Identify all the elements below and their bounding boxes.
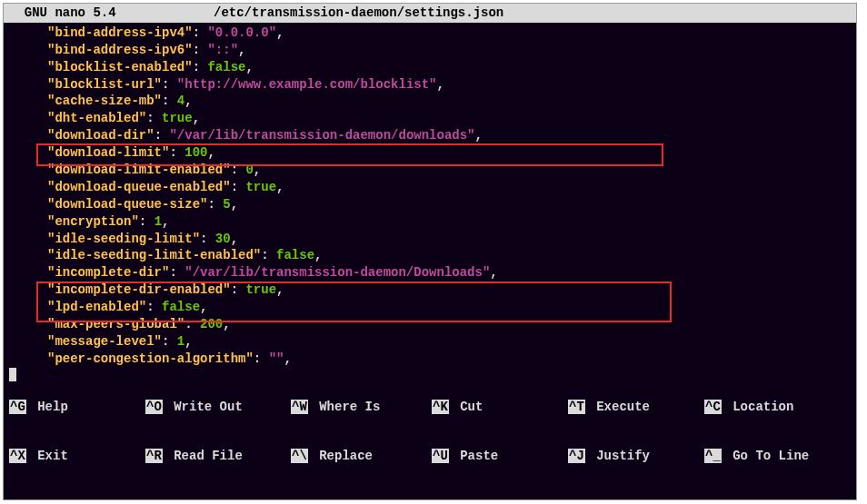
colon: : [162,334,177,349]
editor-line[interactable]: "encryption": 1, [11,213,849,231]
help-item: ^U Paste [432,448,568,464]
json-value: true [245,282,276,297]
terminal-window: GNU nano 5.4 /etc/transmission-daemon/se… [3,3,857,500]
json-key: "bind-address-ipv4" [47,25,193,40]
colon: : [146,300,162,314]
help-item: ^_ Go To Line [704,448,845,464]
comma: , [475,128,483,143]
help-key: ^_ [704,449,722,463]
editor-line[interactable]: "bind-address-ipv4": "0.0.0.0", [11,25,849,42]
json-key: "max-peers-global" [47,317,184,331]
comma: , [200,300,207,314]
help-item: ^T Execute [568,399,704,415]
nano-titlebar: GNU nano 5.4 /etc/transmission-daemon/se… [4,4,856,23]
editor-line[interactable]: "download-limit": 100, [11,144,849,162]
help-item: ^W Where Is [291,399,432,415]
editor-line[interactable]: "blocklist-url": "http://www.example.com… [11,76,849,94]
help-key: ^X [9,449,26,463]
editor-line[interactable]: "max-peers-global": 200, [11,316,849,333]
editor-line[interactable]: "dht-enabled": true, [11,110,849,127]
help-key: ^U [432,449,449,463]
help-key: ^J [568,449,585,463]
json-value: 100 [184,145,207,160]
help-label: Go To Line [725,449,809,463]
editor-line[interactable]: "idle-seeding-limit": 30, [11,231,849,248]
json-value: false [276,248,314,262]
help-key: ^W [291,400,308,414]
nano-filename: /etc/transmission-daemon/settings.json [214,5,503,22]
colon: : [162,94,177,108]
comma: , [193,111,200,125]
help-key: ^O [145,400,163,414]
comma: , [276,25,284,40]
editor-line[interactable]: "lpd-enabled": false, [11,299,849,316]
comma: , [238,43,245,57]
help-key: ^T [568,400,585,414]
json-value: false [162,300,200,314]
json-key: "idle-seeding-limit" [47,232,200,246]
json-value: "/var/lib/transmission-daemon/Downloads" [184,265,490,280]
editor-line[interactable]: "download-queue-enabled": true, [11,179,849,196]
json-key: "incomplete-dir-enabled" [47,282,231,297]
json-value: 1 [177,334,184,349]
json-value: true [162,111,193,125]
json-value: "http://www.example.com/blocklist" [177,77,437,92]
help-key: ^R [145,449,163,463]
comma: , [276,282,284,297]
comma: , [284,351,291,366]
json-value: 4 [177,94,184,108]
comma: , [231,197,238,212]
nano-helpbar: ^G Help^O Write Out^W Where Is^K Cut^T E… [4,366,856,499]
comma: , [184,94,192,108]
json-value: "/var/lib/transmission-daemon/downloads" [169,128,474,143]
help-label: Location [725,400,794,414]
json-value: "" [269,351,284,366]
editor-line[interactable]: "download-queue-size": 5, [11,196,849,213]
colon: : [231,282,246,297]
help-label: Write Out [166,400,243,414]
json-value: false [207,60,245,74]
help-item: ^K Cut [432,399,568,415]
editor-line[interactable]: "cache-size-mb": 4, [11,93,849,110]
json-key: "cache-size-mb" [47,94,162,108]
comma: , [245,60,253,74]
comma: , [223,317,230,331]
help-item: ^C Location [704,399,845,415]
json-value: "::" [207,43,238,57]
colon: : [207,197,223,212]
editor-line[interactable]: "download-dir": "/var/lib/transmission-d… [11,127,849,144]
nano-version: GNU nano 5.4 [9,5,214,22]
help-label: Exit [30,449,68,463]
help-label: Help [30,400,68,414]
editor-line[interactable]: "blocklist-enabled": false, [11,59,849,76]
editor-line[interactable]: "download-limit-enabled": 0, [11,162,849,179]
help-key: ^K [432,400,449,414]
comma: , [276,180,284,194]
colon: : [162,77,177,92]
editor-line[interactable]: "message-level": 1, [11,333,849,351]
json-key: "message-level" [47,334,162,349]
comma: , [231,232,238,246]
colon: : [193,60,208,74]
help-label: Paste [453,449,498,463]
help-item: ^\ Replace [291,448,432,464]
json-value: "0.0.0.0" [207,25,276,40]
editor-line[interactable]: "bind-address-ipv6": "::", [11,42,849,59]
comma: , [437,77,444,92]
help-label: Replace [312,449,373,463]
editor-line[interactable]: "incomplete-dir": "/var/lib/transmission… [11,264,849,282]
json-value: 1 [154,214,162,229]
comma: , [207,145,214,160]
json-key: "dht-enabled" [47,111,146,125]
json-value: 30 [215,232,231,246]
colon: : [139,214,154,229]
editor-line[interactable]: "incomplete-dir-enabled": true, [11,282,849,299]
editor-area[interactable]: "bind-address-ipv4": "0.0.0.0","bind-add… [4,23,856,370]
comma: , [490,265,497,280]
help-item: ^G Help [9,399,145,415]
colon: : [146,111,162,125]
help-label: Where Is [312,400,381,414]
help-item: ^R Read File [145,448,291,464]
colon: : [200,232,215,246]
editor-line[interactable]: "idle-seeding-limit-enabled": false, [11,247,849,264]
